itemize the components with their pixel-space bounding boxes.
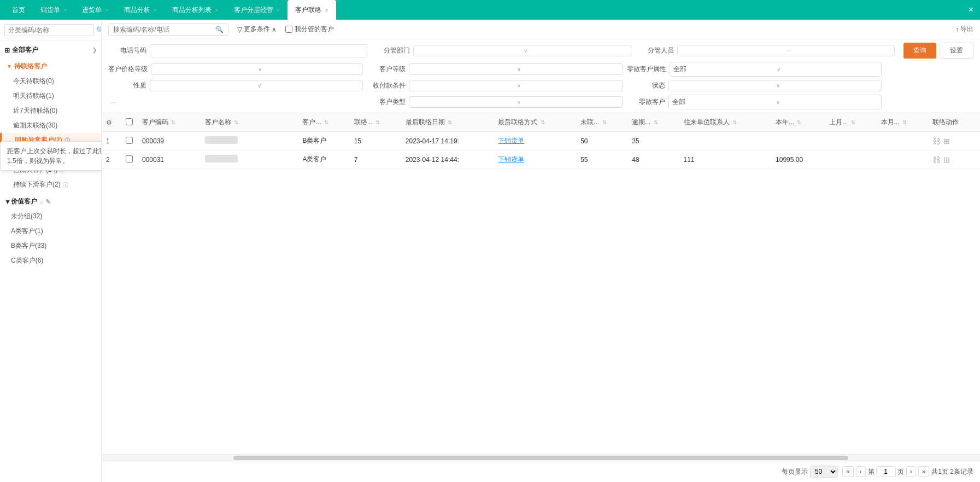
nav-item-analysis[interactable]: 商品分析 × (116, 0, 165, 20)
horizontal-scrollbar[interactable] (102, 454, 980, 461)
close-sales-icon[interactable]: × (63, 7, 67, 13)
first-page-btn[interactable]: « (842, 466, 854, 477)
sort-contact-icon[interactable]: ⇅ (375, 119, 380, 125)
more-dots-icon[interactable]: ··· (108, 98, 118, 106)
action-link-icon[interactable]: ⛓ (932, 155, 940, 164)
last-page-btn[interactable]: » (918, 466, 930, 477)
nav-item-home[interactable]: 首页 (4, 0, 33, 20)
tooltip-box: 距客户上次交易时长，超过了此客户的平均交易周期的1.5倍，则视为异常。 ... (0, 141, 102, 171)
close-all-button[interactable]: × (969, 5, 973, 15)
row-checkbox[interactable] (126, 155, 133, 162)
nav-item-analysis-list[interactable]: 商品分析列表 × (165, 0, 226, 20)
row-checkbox-cell (121, 132, 138, 150)
filter-retail-customer-select[interactable]: 全部 ∨ (668, 95, 882, 109)
close-customer-layered-icon[interactable]: × (277, 7, 280, 13)
value-customers-header[interactable]: ▼ 价值客户 ○ ✎ (0, 194, 101, 209)
filter-dept-select[interactable]: ∨ (413, 45, 631, 56)
sidebar-search-input[interactable] (4, 24, 94, 36)
my-customers-checkbox-wrap[interactable]: 我分管的客户 (285, 25, 334, 34)
sidebar-all-customers[interactable]: ⊞ 全部客户 ❯ (0, 41, 101, 59)
sort-type-icon[interactable]: ⇅ (324, 119, 328, 125)
filter-phone-input[interactable] (150, 44, 367, 57)
sidebar-item-7days[interactable]: 近7天待联络(0) (0, 103, 101, 118)
sort-this-year-icon[interactable]: ⇅ (797, 119, 801, 125)
gear-icon[interactable]: ⚙ (106, 119, 112, 126)
close-purchase-icon[interactable]: × (105, 7, 108, 13)
search-btn-icon[interactable]: 🔍 (215, 26, 224, 33)
sidebar-item-b-class[interactable]: B类客户(33) (0, 239, 101, 253)
sort-overdue-icon[interactable]: ⇅ (654, 119, 658, 125)
pending-contact-header[interactable]: ▼ 待联络客户 (0, 59, 101, 74)
prev-page-btn[interactable]: ‹ (856, 466, 866, 477)
col-type: 客户... ⇅ (298, 113, 349, 132)
row-code: 000039 (138, 132, 201, 150)
sort-this-month-icon[interactable]: ⇅ (902, 119, 907, 125)
row-overdue: 48 (627, 150, 679, 169)
main-layout: 🔍 ⊞ 全部客户 ❯ ▼ 待联络客户 今天待联络(0) 明天待联络(1) 近7天… (0, 20, 980, 482)
edit-value-icon[interactable]: ○ (39, 198, 43, 206)
info-icon-declining[interactable]: ⓘ (63, 181, 68, 189)
per-page-select[interactable]: 50 20 100 (810, 466, 838, 478)
export-button[interactable]: ↑ 导出 (955, 25, 973, 34)
filter-row-3: 性质 ∨ 收付款条件 ∨ 状态 (108, 80, 973, 91)
more-conditions-btn[interactable]: ▽ 更多条件 ∧ (233, 23, 281, 36)
sidebar: 🔍 ⊞ 全部客户 ❯ ▼ 待联络客户 今天待联络(0) 明天待联络(1) 近7天… (0, 20, 102, 482)
nav-item-customer-layered[interactable]: 客户分层经营 × (226, 0, 287, 20)
col-checkbox-header (121, 113, 138, 132)
sidebar-item-declining[interactable]: 持续下滑客户(2) ⓘ (0, 177, 101, 192)
row-this-month (877, 150, 928, 169)
my-customers-checkbox[interactable] (285, 26, 292, 33)
filter-phone: 电话号码 (108, 44, 367, 57)
col-this-year: 本年... ⇅ (771, 113, 825, 132)
filter-phone-label: 电话号码 (108, 46, 146, 55)
sidebar-item-overdue[interactable]: 逾期未联络(30) (0, 118, 101, 133)
sidebar-item-a-class[interactable]: A类客户(1) (0, 224, 101, 239)
filter-nature-select[interactable]: ∨ (150, 80, 363, 91)
action-more-icon[interactable]: ⊞ (943, 155, 950, 164)
filter-manager-select[interactable]: ··· (677, 45, 895, 56)
filter-payment-select[interactable]: ∨ (409, 80, 622, 91)
row-checkbox[interactable] (126, 137, 133, 144)
nature-caret-icon: ∨ (257, 83, 359, 89)
nav-item-customer-contact[interactable]: 客户联络 × (287, 0, 336, 20)
sidebar-item-c-class[interactable]: C类客户(6) (0, 253, 101, 268)
last-method-link[interactable]: 下销货单 (498, 137, 524, 144)
query-button[interactable]: 查询 (903, 43, 936, 59)
page-number-input[interactable] (876, 466, 896, 477)
settings-button[interactable]: 设置 (940, 43, 973, 59)
search-input[interactable] (113, 26, 215, 33)
sort-name-icon[interactable]: ⇅ (234, 119, 238, 125)
close-customer-contact-icon[interactable]: × (325, 7, 328, 13)
filter-price-level-select[interactable]: ∨ (151, 63, 363, 75)
nav-item-purchase[interactable]: 进货单 × (74, 0, 116, 20)
action-more-icon[interactable]: ⊞ (943, 137, 950, 146)
action-link-icon[interactable]: ⛓ (932, 137, 940, 146)
sort-last-month-icon[interactable]: ⇅ (851, 119, 855, 125)
select-all-checkbox[interactable] (126, 118, 133, 125)
sort-company-contact-icon[interactable]: ⇅ (732, 119, 737, 125)
row-actions: ⛓ ⊞ (928, 132, 980, 150)
sort-last-method-icon[interactable]: ⇅ (541, 119, 545, 125)
sidebar-item-tomorrow[interactable]: 明天待联络(1) (0, 89, 101, 103)
filter-retail-attr-select[interactable]: 全部 ∨ (670, 62, 882, 77)
sidebar-search-icon[interactable]: 🔍 (96, 26, 102, 34)
sidebar-collapse-icon[interactable]: ❯ (92, 47, 97, 53)
add-value-icon[interactable]: ✎ (45, 198, 51, 206)
next-page-btn[interactable]: › (906, 466, 916, 477)
filter-status-select[interactable]: ∨ (668, 80, 882, 91)
sidebar-item-ungroup[interactable]: 未分组(32) (0, 209, 101, 224)
filter-customer-level-select[interactable]: ∨ (409, 63, 622, 75)
row-seq: 2 (102, 150, 121, 169)
sidebar-item-today[interactable]: 今天待联络(0) (0, 74, 101, 89)
sort-last-date-icon[interactable]: ⇅ (448, 119, 452, 125)
sort-unreached-icon[interactable]: ⇅ (602, 119, 607, 125)
nav-item-sales[interactable]: 销货单 × (33, 0, 74, 20)
scroll-thumb[interactable] (233, 456, 848, 460)
filter-customer-type-select[interactable]: ∨ (409, 96, 622, 108)
col-gear: ⚙ (102, 113, 121, 132)
close-analysis-icon[interactable]: × (154, 7, 157, 13)
close-analysis-list-icon[interactable]: × (215, 7, 218, 13)
sort-code-icon[interactable]: ⇅ (171, 119, 175, 125)
last-method-link[interactable]: 下销货单 (498, 155, 524, 163)
filter-price-level: 客户价格等级 ∨ (108, 63, 363, 75)
